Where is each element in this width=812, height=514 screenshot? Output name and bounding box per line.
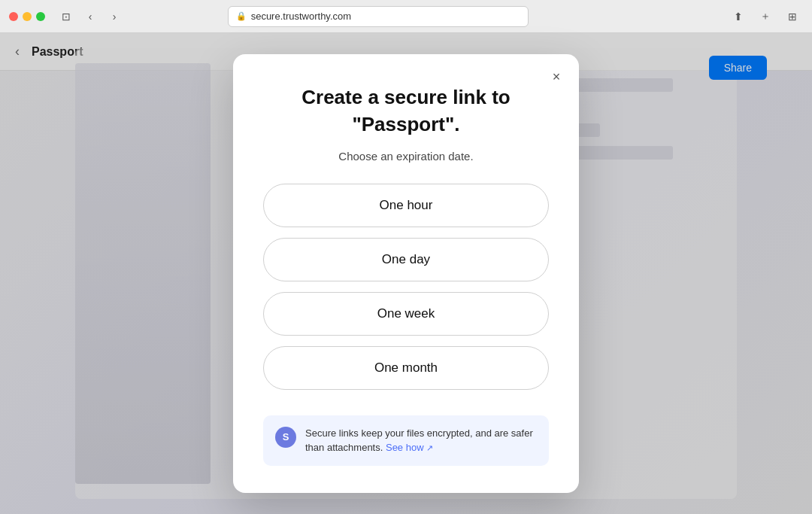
close-window-button[interactable] xyxy=(9,12,18,21)
minimize-window-button[interactable] xyxy=(23,12,32,21)
browser-right-controls: ⬆ ＋ ⊞ xyxy=(728,6,803,27)
modal-subtitle: Choose an expiration date. xyxy=(263,150,549,163)
secure-link-modal: × Create a secure link to "Passport". Ch… xyxy=(233,54,579,492)
one-day-option[interactable]: One day xyxy=(263,238,549,281)
modal-overlay: × Create a secure link to "Passport". Ch… xyxy=(0,33,812,514)
page-content: ‹ Passport Share × Create a secure link … xyxy=(0,33,812,514)
close-icon: × xyxy=(553,69,561,85)
forward-button[interactable]: › xyxy=(104,6,125,27)
modal-title: Create a secure link to "Passport". xyxy=(263,84,549,137)
info-icon: S xyxy=(275,427,296,448)
url-text: secure.trustworthy.com xyxy=(251,11,351,22)
sidebar-toggle-button[interactable]: ⊡ xyxy=(56,6,77,27)
back-button[interactable]: ‹ xyxy=(80,6,101,27)
info-box: S Secure links keep your files encrypted… xyxy=(263,415,549,466)
browser-chrome: ⊡ ‹ › 🔒 secure.trustworthy.com ⬆ ＋ ⊞ xyxy=(0,0,812,33)
maximize-window-button[interactable] xyxy=(36,12,45,21)
info-text: Secure links keep your files encrypted, … xyxy=(305,426,537,455)
see-how-link[interactable]: See how xyxy=(386,440,433,455)
new-tab-button[interactable]: ＋ xyxy=(755,6,776,27)
browser-navigation: ⊡ ‹ › xyxy=(56,6,125,27)
share-browser-button[interactable]: ⬆ xyxy=(728,6,749,27)
modal-close-button[interactable]: × xyxy=(546,66,567,87)
one-month-option[interactable]: One month xyxy=(263,346,549,390)
lock-icon: 🔒 xyxy=(236,11,247,21)
one-hour-option[interactable]: One hour xyxy=(263,184,549,227)
traffic-lights xyxy=(9,12,45,21)
one-week-option[interactable]: One week xyxy=(263,292,549,336)
tab-grid-button[interactable]: ⊞ xyxy=(782,6,803,27)
address-bar[interactable]: 🔒 secure.trustworthy.com xyxy=(228,6,529,27)
